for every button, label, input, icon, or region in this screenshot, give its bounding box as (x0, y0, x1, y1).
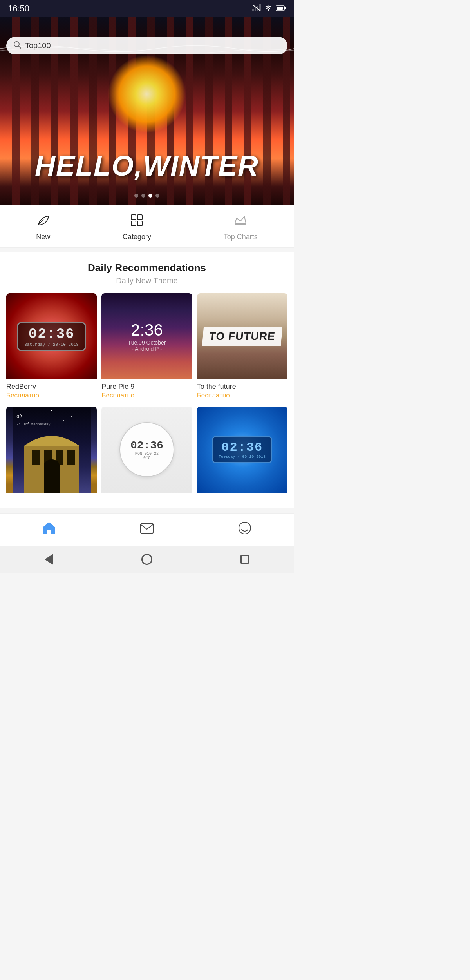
svg-text:24 Oct Wednesday: 24 Oct Wednesday (16, 422, 51, 426)
daily-recommendations-section: Daily Recommendations Daily New Theme 02… (0, 252, 294, 508)
theme-name-clock (101, 493, 192, 497)
svg-rect-2 (255, 7, 256, 11)
hero-dot-2[interactable] (141, 194, 145, 198)
battery-icon (276, 5, 286, 13)
svg-rect-34 (141, 524, 153, 533)
theme-image-purepie: 2:36 Tue,09 October - Android P - (101, 293, 192, 379)
face-icon (238, 521, 252, 538)
leaf-icon (36, 213, 50, 230)
tab-category[interactable]: Category (111, 212, 163, 243)
svg-rect-25 (32, 450, 40, 465)
theme-card-city[interactable]: 02 24 Oct Wednesday (6, 407, 97, 499)
clock-purepie: 2:36 Tue,09 October - Android P - (128, 321, 166, 352)
hero-dots (134, 194, 159, 198)
theme-card-purepie[interactable]: 2:36 Tue,09 October - Android P - Pure P… (101, 293, 192, 402)
theme-name-blue (197, 493, 287, 497)
bottom-nav (0, 513, 294, 546)
svg-point-20 (71, 416, 72, 417)
theme-image-future: TO FUTURE (197, 293, 287, 379)
svg-rect-13 (131, 221, 136, 226)
search-bar[interactable]: Top100 (6, 37, 287, 54)
crown-icon (233, 213, 248, 230)
section-title: Daily Recommendations (6, 262, 287, 274)
theme-card-blue[interactable]: 02:36 Tuesday / 09·10·2018 (197, 407, 287, 499)
theme-price-blue (197, 497, 287, 499)
svg-point-30 (44, 459, 60, 471)
svg-rect-33 (47, 530, 51, 534)
grid-icon (130, 213, 144, 230)
home-circle-icon (141, 554, 152, 565)
theme-price-purepie: Бесплатно (101, 392, 192, 402)
tab-new-label: New (36, 233, 50, 241)
tab-top-charts[interactable]: Top Charts (212, 212, 269, 243)
svg-rect-4 (259, 4, 261, 11)
theme-name-city (6, 493, 97, 497)
home-icon (42, 521, 56, 538)
theme-card-redberry[interactable]: 02:36 Saturday / 20·10·2018 RedBerry Бес… (6, 293, 97, 402)
back-triangle-icon (45, 554, 53, 565)
search-icon (13, 41, 21, 51)
search-text: Top100 (25, 41, 51, 50)
wifi-icon (264, 4, 273, 13)
status-time: 16:50 (8, 4, 29, 14)
svg-line-10 (18, 46, 21, 48)
svg-rect-12 (137, 215, 142, 220)
android-recents-btn[interactable] (237, 552, 253, 567)
section-subtitle: Daily New Theme (6, 276, 287, 285)
bottom-nav-home[interactable] (39, 520, 59, 539)
tab-category-label: Category (123, 233, 151, 241)
recents-square-icon (240, 555, 249, 564)
svg-rect-14 (137, 221, 142, 226)
signal-off-icon (252, 4, 261, 13)
theme-name-redberry: RedBerry (6, 379, 97, 392)
hero-title: HELLO,WINTER (0, 150, 294, 182)
clock-redberry: 02:36 Saturday / 20·10·2018 (17, 322, 86, 351)
hero-dot-1[interactable] (134, 194, 138, 198)
svg-line-0 (253, 5, 260, 11)
hero-glow (108, 55, 186, 133)
bottom-nav-face[interactable] (235, 520, 255, 539)
android-home-btn[interactable] (139, 552, 155, 567)
status-bar: 16:50 (0, 0, 294, 17)
mail-icon (140, 523, 154, 537)
svg-point-23 (63, 420, 64, 421)
nav-tabs: New Category Top Charts (0, 205, 294, 248)
android-back-btn[interactable] (41, 552, 57, 567)
theme-card-future[interactable]: TO FUTURE To the future Бесплатно (197, 293, 287, 402)
theme-image-blue: 02:36 Tuesday / 09·10·2018 (197, 407, 287, 493)
theme-image-redberry: 02:36 Saturday / 20·10·2018 (6, 293, 97, 379)
bottom-nav-mail[interactable] (137, 520, 157, 539)
theme-price-city (6, 497, 97, 499)
clock-blue: 02:36 Tuesday / 09·10·2018 (212, 436, 272, 463)
svg-text:02: 02 (16, 414, 22, 419)
svg-point-18 (36, 412, 36, 413)
svg-rect-1 (252, 9, 254, 11)
theme-image-clock: 02:36 MON 010 22 0°C (101, 407, 192, 493)
theme-price-future: Бесплатно (197, 392, 287, 402)
svg-rect-3 (257, 6, 258, 11)
hero-dot-3[interactable] (148, 194, 152, 198)
svg-rect-8 (284, 7, 286, 9)
svg-rect-7 (277, 7, 283, 10)
svg-rect-28 (67, 450, 75, 465)
svg-point-21 (83, 411, 83, 412)
theme-name-future: To the future (197, 379, 287, 392)
theme-image-city: 02 24 Oct Wednesday (6, 407, 97, 493)
svg-rect-11 (131, 215, 136, 220)
tab-new[interactable]: New (24, 212, 62, 243)
theme-card-clock[interactable]: 02:36 MON 010 22 0°C (101, 407, 192, 499)
hero-wrapper: HELLO,WINTER Top100 (0, 17, 294, 205)
theme-price-clock (101, 497, 192, 499)
clock-white: 02:36 MON 010 22 0°C (119, 422, 174, 477)
theme-name-purepie: Pure Pie 9 (101, 379, 192, 392)
svg-point-35 (239, 522, 251, 534)
hero-dot-4[interactable] (155, 194, 159, 198)
svg-point-19 (51, 410, 52, 411)
status-icons (252, 4, 286, 13)
theme-grid: 02:36 Saturday / 20·10·2018 RedBerry Бес… (6, 293, 287, 499)
android-nav (0, 546, 294, 573)
tab-top-charts-label: Top Charts (224, 233, 258, 241)
svg-point-5 (268, 9, 269, 11)
theme-price-redberry: Бесплатно (6, 392, 97, 402)
city-svg: 02 24 Oct Wednesday (13, 407, 91, 493)
